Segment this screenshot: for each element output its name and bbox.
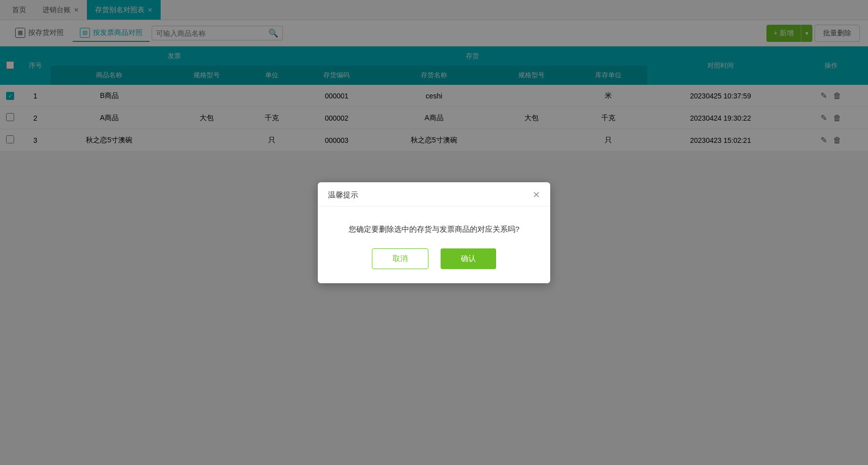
btn-confirm[interactable]: 确认 [441, 248, 496, 269]
btn-cancel-label: 取消 [393, 254, 408, 263]
dialog-title: 温馨提示 [328, 190, 358, 200]
dialog-footer: 取消 确认 [318, 248, 550, 283]
dialog-message: 您确定要删除选中的存货与发票商品的对应关系吗? [349, 225, 519, 233]
btn-cancel[interactable]: 取消 [372, 248, 428, 269]
dialog-close-button[interactable]: ✕ [533, 190, 540, 199]
modal-overlay[interactable]: 温馨提示 ✕ 您确定要删除选中的存货与发票商品的对应关系吗? 取消 确认 [0, 0, 868, 465]
confirm-dialog: 温馨提示 ✕ 您确定要删除选中的存货与发票商品的对应关系吗? 取消 确认 [318, 182, 550, 283]
dialog-header: 温馨提示 ✕ [318, 182, 550, 206]
btn-confirm-label: 确认 [461, 254, 476, 263]
dialog-body: 您确定要删除选中的存货与发票商品的对应关系吗? [318, 206, 550, 248]
